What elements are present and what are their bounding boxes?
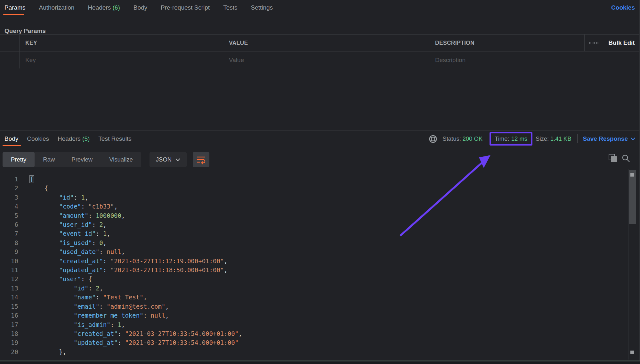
response-section-header: Body Cookies Headers (5) Test Results St… [0,131,640,146]
table-header-row: KEY VALUE DESCRIPTION Bulk Edit [0,35,640,51]
size-value: 1.41 KB [550,135,571,142]
scrollbar-track [628,169,628,360]
request-tab-bar: Params Authorization Headers (6) Body Pr… [4,0,273,15]
row-handle-cell [0,51,19,68]
code-line: 6 "user_id": 2, [0,220,624,229]
view-mode-visualize[interactable]: Visualize [101,152,141,167]
response-tab-headers[interactable]: Headers (5) [58,135,90,142]
code-line: 10 "created_at": "2021-03-27T11:12:19.00… [0,257,624,265]
code-line: 8 "is_used": 0, [0,238,624,247]
response-view-toolbar: Pretty Raw Preview Visualize JSON [0,152,640,167]
code-line: 12 "user": { [0,274,624,283]
code-line: 3 "id": 1, [0,193,624,202]
column-header-key: KEY [25,40,37,46]
tab-pre-request-script[interactable]: Pre-request Script [161,4,210,11]
param-key-input[interactable]: Key [19,51,223,68]
bottom-bar [0,361,640,364]
code-line: 19 "updated_at": "2021-03-27T10:33:54.00… [0,338,624,347]
query-params-title: Query Params [4,28,46,35]
postman-request-response-panel: Params Authorization Headers (6) Body Pr… [0,0,640,364]
annotation-highlight-box: Time: 12 ms [490,132,532,146]
size-label: Size: [536,135,549,142]
code-line: 9 "used_date": null, [0,247,624,256]
copy-button[interactable] [609,154,618,163]
code-line: 15 "email": "admin@test.com", [0,302,624,311]
bulk-edit-button[interactable]: Bulk Edit [608,39,635,46]
scrollbar-bottom-nub [630,351,634,354]
code-line: 5 "amount": 1000000, [0,211,624,220]
column-header-description: DESCRIPTION [435,40,474,46]
response-tab-test-results[interactable]: Test Results [98,135,131,142]
code-line: 11 "updated_at": "2021-03-27T11:18:50.00… [0,265,624,274]
time-value: 12 ms [511,135,527,142]
divider [577,134,578,143]
tab-authorization[interactable]: Authorization [39,4,74,11]
response-tab-bar: Body Cookies Headers (5) Test Results [4,131,132,147]
column-header-value: VALUE [229,40,248,46]
code-line: 4 "code": "c1b33", [0,202,624,211]
tab-settings[interactable]: Settings [251,4,273,11]
cookies-link[interactable]: Cookies [611,4,635,11]
code-line: 13 "id": 2, [0,284,624,293]
code-line: 14 "name": "Test Test", [0,293,624,302]
response-tab-cookies[interactable]: Cookies [27,135,49,142]
response-headers-count: (5) [82,135,90,142]
more-options-button[interactable] [584,35,603,51]
wrap-text-icon [196,155,206,164]
param-description-input[interactable]: Description [429,51,640,68]
chevron-down-icon [175,158,180,162]
table-row: Key Value Description [0,51,640,68]
active-response-tab-indicator [3,145,21,146]
tab-tests[interactable]: Tests [223,4,237,11]
format-dropdown[interactable]: JSON [150,152,187,167]
wrap-text-toggle[interactable] [193,152,209,167]
more-options-icon [589,42,598,44]
code-line: 7 "event_id": 1, [0,229,624,238]
search-button[interactable] [621,154,630,163]
response-body-code[interactable]: 1[2 {3 "id": 1,4 "code": "c1b33",5 "amou… [0,175,624,356]
network-globe-icon [429,135,437,143]
time-label: Time: [495,135,509,142]
chevron-down-icon [630,137,636,141]
tab-params[interactable]: Params [4,4,25,11]
view-mode-switcher: Pretty Raw Preview Visualize [3,152,141,167]
code-line: 16 "remember_me_token": null, [0,311,624,320]
code-line: 2 { [0,184,624,193]
code-line: 18 "created_at": "2021-03-27T10:33:54.00… [0,329,624,338]
scrollbar-top-nub [630,173,634,177]
status-value: 200 OK [462,135,482,142]
code-line: 17 "is_admin": 1, [0,320,624,329]
view-mode-pretty[interactable]: Pretty [3,152,35,167]
response-meta: Status: 200 OK Time: 12 ms Size: 1.41 KB… [429,131,636,147]
view-mode-preview[interactable]: Preview [63,152,101,167]
status-label: Status: [442,135,461,142]
row-handle-cell [0,35,19,51]
view-mode-raw[interactable]: Raw [35,152,63,167]
code-line: 20 }, [0,347,624,356]
scrollbar-thumb[interactable] [629,170,636,224]
param-value-input[interactable]: Value [223,51,429,68]
active-tab-indicator [3,14,24,15]
save-response-button[interactable]: Save Response [583,135,636,142]
response-tab-body[interactable]: Body [4,135,18,142]
headers-count: (6) [112,4,120,11]
code-line: 1[ [0,175,624,184]
query-params-table: KEY VALUE DESCRIPTION Bulk Edit Key Valu… [0,34,640,68]
tab-body[interactable]: Body [134,4,147,11]
tab-headers[interactable]: Headers (6) [88,4,120,11]
search-icon [621,154,630,163]
